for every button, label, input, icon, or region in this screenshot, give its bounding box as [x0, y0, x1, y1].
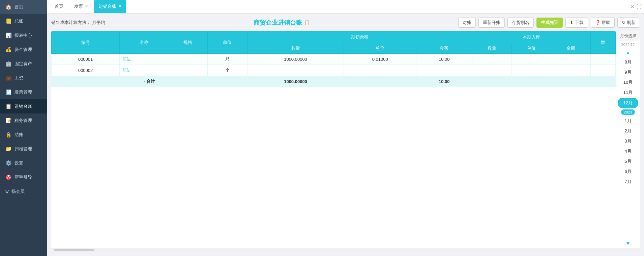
- reconcile-button[interactable]: 对账: [458, 18, 476, 28]
- total-label-text: 合计: [146, 78, 155, 84]
- sidebar-label-purchase-sales: 进销台账: [14, 103, 32, 109]
- month-item-10月[interactable]: 10月: [616, 77, 640, 87]
- maximize-window-button[interactable]: ⛶: [637, 4, 641, 9]
- cell-init-price: [344, 65, 416, 76]
- month-item-3月[interactable]: 3月: [616, 136, 640, 146]
- tab-close-purchase-sales[interactable]: ✕: [118, 4, 121, 8]
- download-button[interactable]: ⬇ 下载: [565, 18, 588, 28]
- cell-spec: [168, 54, 208, 65]
- main-content: 首页发票✕进销台账✕ ✕ ⛶ 销售成本计算方法： 月平均 商贸企业进销台账 📋 …: [47, 0, 644, 256]
- table-row: 000002 前缸 个: [52, 65, 616, 76]
- total-in-amount: [551, 76, 591, 87]
- table-header-row-1: 编号 名称 规格 单位 期初余额 本期入库 数: [52, 31, 616, 43]
- sidebar-item-tax[interactable]: 📝税务管理: [0, 113, 47, 128]
- month-scroll-down-button[interactable]: ▼: [616, 239, 640, 248]
- col-init-qty: 数量: [247, 43, 344, 54]
- sidebar-label-guide: 新手引导: [14, 174, 32, 180]
- scrollbar-thumb[interactable]: [54, 249, 94, 251]
- sidebar-item-purchase-sales[interactable]: 📋进销台账: [0, 99, 47, 113]
- cell-in-qty: [472, 65, 511, 76]
- sidebar-label-settings: 设置: [14, 160, 23, 166]
- sidebar-icon-assets: 🏢: [5, 61, 12, 67]
- col-unit: 单位: [208, 31, 247, 54]
- month-item-11月[interactable]: 11月: [616, 87, 640, 98]
- cell-init-qty: [247, 65, 344, 76]
- tab-label-invoice: 发票: [74, 3, 83, 9]
- help-button[interactable]: ❓ 帮助: [591, 18, 615, 28]
- col-name: 名称: [120, 31, 168, 54]
- tab-purchase-sales[interactable]: 进销台账✕: [94, 0, 126, 13]
- sidebar-item-guide[interactable]: 🎯新手引导: [0, 170, 47, 184]
- month-item-9月[interactable]: 9月: [616, 67, 640, 77]
- refresh-button[interactable]: ↻ 刷新: [617, 18, 640, 28]
- month-item-8月[interactable]: 8月: [616, 57, 640, 67]
- cell-unit: 个: [208, 65, 247, 76]
- cell-init-amount: [416, 65, 472, 76]
- sidebar-label-tax: 税务管理: [14, 118, 32, 124]
- table-row: 000001 前缸 只 1000.00000 0.01000 10.00: [52, 54, 616, 65]
- month-panel-title: 月份选择: [616, 31, 640, 41]
- col-init-price: 单价: [344, 43, 416, 54]
- page-title-area: 商贸企业进销台账 📋: [254, 19, 310, 27]
- cell-code: 000001: [52, 54, 120, 65]
- generate-voucher-button[interactable]: 生成凭证: [536, 18, 563, 28]
- total-init-amount: 10.00: [416, 76, 472, 87]
- info-icon[interactable]: 📋: [304, 20, 310, 25]
- cell-init-amount: 10.00: [416, 54, 472, 65]
- cell-in-price: [511, 54, 551, 65]
- sidebar-icon-reports: 📊: [5, 32, 12, 39]
- sidebar-icon-home: 🏠: [5, 4, 12, 10]
- col-group-init: 期初余额: [247, 31, 472, 43]
- sidebar-icon-archive: 📁: [5, 146, 12, 152]
- month-panel: 月份选择 2022.12 ▲ 8月9月10月11月12月20231月2月3月4月…: [616, 31, 640, 248]
- tab-invoice[interactable]: 发票✕: [69, 0, 93, 13]
- month-item-4月[interactable]: 4月: [616, 146, 640, 156]
- month-year-label: 2022.12: [616, 41, 640, 48]
- sidebar-item-archive[interactable]: 📁归档管理: [0, 142, 47, 156]
- sidebar-item-funds[interactable]: 💰资金管理: [0, 43, 47, 57]
- month-item-7月[interactable]: 7月: [616, 177, 640, 187]
- col-in-price: 单价: [511, 43, 551, 54]
- close-window-button[interactable]: ✕: [631, 4, 635, 9]
- month-item-5月[interactable]: 5月: [616, 156, 640, 167]
- month-item-12月[interactable]: 12月: [618, 98, 638, 108]
- sidebar-item-reports[interactable]: 📊报表中心: [0, 28, 47, 43]
- sidebar-item-wages[interactable]: 💼工资: [0, 71, 47, 85]
- sidebar-item-assets[interactable]: 🏢固定资产: [0, 57, 47, 71]
- reopen-button[interactable]: 重新开账: [478, 18, 505, 28]
- col-in-qty: 数量: [472, 43, 511, 54]
- sidebar: 🏠首页📒总账📊报表中心💰资金管理🏢固定资产💼工资🧾发票管理📋进销台账📝税务管理🔒…: [0, 0, 47, 256]
- total-icon: ▪: [144, 79, 145, 84]
- sidebar-icon-close: 🔒: [5, 132, 12, 138]
- sidebar-label-invoice-mgmt: 发票管理: [14, 89, 32, 95]
- sidebar-icon-settings: ⚙️: [5, 160, 12, 166]
- sidebar-item-member[interactable]: V畅会员: [0, 184, 47, 199]
- month-item-6月[interactable]: 6月: [616, 167, 640, 177]
- tab-close-invoice[interactable]: ✕: [85, 4, 88, 8]
- save-alias-button[interactable]: 存货别名: [507, 18, 534, 28]
- cell-in-qty: [472, 54, 511, 65]
- sidebar-label-funds: 资金管理: [14, 47, 32, 53]
- col-code: 编号: [52, 31, 120, 54]
- page-top-bar: 销售成本计算方法： 月平均 商贸企业进销台账 📋 对账 重新开账 存货别名 生成…: [51, 18, 640, 28]
- sidebar-item-close[interactable]: 🔒结账: [0, 128, 47, 142]
- tab-home[interactable]: 首页: [50, 0, 68, 13]
- cell-init-qty: 1000.00000: [247, 54, 344, 65]
- col-extra: 数: [591, 31, 616, 54]
- sidebar-label-wages: 工资: [14, 75, 23, 81]
- col-in-amount: 金额: [551, 43, 591, 54]
- col-group-in: 本期入库: [472, 31, 591, 43]
- sidebar-item-invoice-mgmt[interactable]: 🧾发票管理: [0, 85, 47, 99]
- month-item-1月[interactable]: 1月: [616, 116, 640, 126]
- cell-in-amount: [551, 54, 591, 65]
- cell-extra: [591, 54, 616, 65]
- month-item-2月[interactable]: 2月: [616, 126, 640, 136]
- sidebar-item-ledger[interactable]: 📒总账: [0, 14, 47, 28]
- page-title: 商贸企业进销台账: [254, 19, 302, 27]
- sidebar-item-home[interactable]: 🏠首页: [0, 0, 47, 14]
- year-badge-2023: 2023: [621, 109, 635, 115]
- sidebar-item-settings[interactable]: ⚙️设置: [0, 156, 47, 170]
- sidebar-icon-purchase-sales: 📋: [5, 103, 12, 109]
- horizontal-scrollbar[interactable]: [51, 248, 640, 252]
- month-scroll-up-button[interactable]: ▲: [616, 48, 640, 57]
